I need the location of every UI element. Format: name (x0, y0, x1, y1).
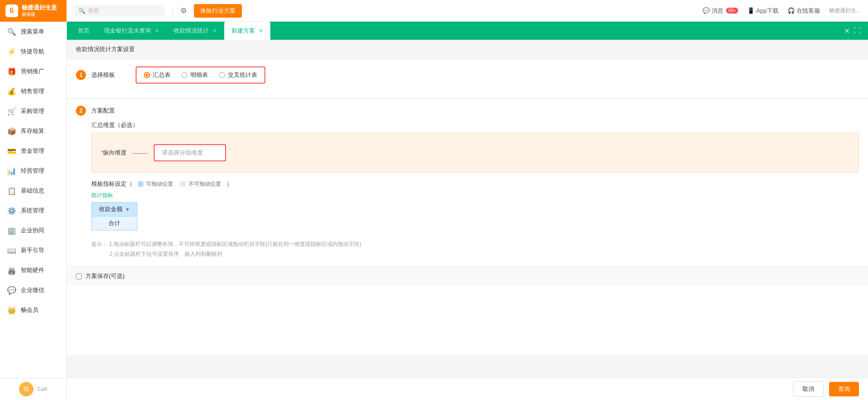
message-btn[interactable]: 💬 消息 99+ (703, 7, 738, 15)
save-section: 方案保存(可选) (67, 266, 868, 286)
sidebar-item-sales[interactable]: 💰 销售管理 (0, 81, 66, 101)
download-label: App下载 (756, 7, 778, 15)
sidebar: 6 畅捷通好生意 标准版 🔍 搜索菜单 ⚡ 快捷导航 🎁 营销推广 💰 销售管理… (0, 0, 67, 400)
tab-bank-close[interactable]: ✕ (155, 28, 159, 34)
query-button[interactable]: 查询 (829, 382, 859, 396)
breadcrumb: 收款情况统计方案设置 (67, 40, 868, 59)
sidebar-item-hardware[interactable]: 🖨️ 智能硬件 (0, 260, 66, 280)
capital-icon: 💳 (7, 147, 16, 155)
sidebar-item-label: 资金管理 (21, 147, 44, 155)
sidebar-item-label: 基础信息 (21, 187, 44, 195)
metric-body-cell: 合计 (91, 216, 137, 231)
vertical-dim-row: *纵向维度 —— 请选择分组维度 (101, 144, 849, 161)
sidebar-item-operation[interactable]: 📊 经营管理 (0, 161, 66, 181)
avatar: 我 (19, 382, 33, 396)
main-area: 🔍 搜索 | ⚙ 体验行业方案 💬 消息 99+ 📱 App下载 🎧 在线客服 … (67, 0, 868, 400)
sidebar-item-capital[interactable]: 💳 资金管理 (0, 141, 66, 161)
logo-icon: 6 (5, 5, 18, 17)
step2-number: 2 (76, 106, 86, 116)
message-label: 消息 (712, 7, 723, 15)
sidebar-item-corp[interactable]: 🏢 企业协同 (0, 221, 66, 240)
metric-header-cell[interactable]: 收款金额 ▼ (91, 202, 137, 216)
sidebar-item-search[interactable]: 🔍 搜索菜单 (0, 22, 66, 42)
sidebar-item-base[interactable]: 📋 基础信息 (0, 181, 66, 201)
save-label: 方案保存(可选) (85, 272, 125, 280)
message-icon: 💬 (703, 7, 710, 14)
metrics-grid: 收款金额 ▼ 合计 (91, 202, 859, 231)
drag-indicator (138, 181, 143, 187)
sidebar-item-label: 营销推广 (21, 67, 44, 75)
sidebar-item-label: 库存核算 (21, 127, 44, 135)
step1-section: 1 选择模板 汇总表 明细表 (67, 59, 868, 98)
tip1: 提示： 1.拖动标题栏可以调整布局，不可跨维度或指标区域拖动栏目字段(只能在同一… (91, 240, 859, 249)
chevron-down-icon: ▼ (125, 207, 130, 212)
radio-cross-circle (219, 72, 225, 78)
industry-btn[interactable]: 体验行业方案 (194, 4, 242, 18)
sidebar-logo: 6 畅捷通好生意 标准版 (0, 0, 66, 22)
tab-stats-close[interactable]: ✕ (212, 28, 217, 34)
marketing-icon: 🎁 (7, 67, 16, 76)
template-detail-label: 明细表 (190, 71, 208, 79)
cancel-button[interactable]: 取消 (793, 381, 824, 397)
guide-icon: 📖 (7, 246, 16, 255)
legend-drag-label: 可拖动位置 (146, 180, 173, 188)
metrics-section: 模板指标设定（ 可拖动位置 不可拖动位置 ） (91, 180, 859, 231)
template-options-box: 汇总表 明细表 交叉统计表 (136, 66, 265, 84)
operation-icon: 📊 (7, 167, 16, 175)
step1-number: 1 (76, 70, 86, 80)
sidebar-item-inventory[interactable]: 📦 库存核算 (0, 121, 66, 141)
purchase-icon: 🛒 (7, 107, 16, 116)
sidebar-item-system[interactable]: ⚙️ 系统管理 (0, 201, 66, 221)
tab-new-plan-close[interactable]: ✕ (259, 28, 263, 34)
tab-bank-label: 现金银行流水查询 (104, 27, 151, 35)
sidebar-item-wechat[interactable]: 💬 企业微信 (0, 280, 66, 300)
close-window-icon[interactable]: ✕ (844, 27, 850, 35)
gear-icon[interactable]: ⚙ (180, 6, 187, 15)
tab-stats[interactable]: 收款情况统计 ✕ (166, 22, 224, 40)
sidebar-item-label: 采购管理 (21, 107, 44, 115)
sidebar-item-label: 新手引导 (21, 246, 44, 254)
sidebar-item-label: 销售管理 (21, 87, 44, 95)
legend-nodrag-label: 不可拖动位置 (189, 180, 221, 188)
hardware-icon: 🖨️ (7, 266, 16, 275)
sidebar-item-guide[interactable]: 📖 新手引导 (0, 240, 66, 260)
quick-nav-icon: ⚡ (7, 47, 16, 56)
tab-stats-label: 收款情况统计 (174, 27, 209, 35)
search-placeholder: 搜索 (88, 7, 99, 14)
sidebar-item-label: 快捷导航 (21, 47, 44, 56)
sidebar-item-quick[interactable]: ⚡ 快捷导航 (0, 42, 66, 61)
search-bar[interactable]: 🔍 搜索 (74, 5, 165, 16)
save-checkbox[interactable] (76, 273, 82, 279)
window-controls: ✕ ⛶ (844, 27, 864, 35)
download-btn[interactable]: 📱 App下载 (747, 7, 778, 15)
page-body: 收款情况统计方案设置 1 选择模板 汇总表 (67, 40, 868, 355)
maximize-window-icon[interactable]: ⛶ (854, 27, 861, 35)
sidebar-item-label: 企业微信 (21, 286, 44, 294)
sidebar-item-marketing[interactable]: 🎁 营销推广 (0, 61, 66, 81)
template-cross-label: 交叉统计表 (228, 71, 257, 79)
sidebar-item-label: 智能硬件 (21, 266, 44, 274)
sidebar-item-purchase[interactable]: 🛒 采购管理 (0, 101, 66, 121)
page-content: 收款情况统计方案设置 1 选择模板 汇总表 (67, 40, 868, 377)
template-detail[interactable]: 明细表 (181, 71, 208, 79)
tab-new-plan[interactable]: 新建方案 ✕ (224, 22, 270, 40)
username-display: 畅捷通好生... (829, 7, 861, 14)
nodrag-indicator (180, 181, 186, 187)
service-btn[interactable]: 🎧 在线客服 (788, 7, 820, 15)
tab-new-plan-label: 新建方案 (231, 27, 255, 35)
metrics-section-label: 模板指标设定（ (91, 180, 132, 188)
metric-column: 收款金额 ▼ 合计 (91, 202, 137, 231)
template-summary[interactable]: 汇总表 (144, 71, 170, 79)
template-cross[interactable]: 交叉统计表 (219, 71, 257, 79)
grouping-dimension-select[interactable]: 请选择分组维度 (154, 144, 226, 161)
tab-bank[interactable]: 现金银行流水查询 ✕ (97, 22, 166, 40)
metrics-title: 统计指标 (91, 192, 859, 199)
arrow-icon: —— (132, 148, 148, 158)
sidebar-item-member[interactable]: 👑 畅会员 (0, 300, 66, 320)
logo-text: 畅捷通好生意 (22, 4, 57, 11)
tip2: 2.点击标题栏下拉可设置排序、插入列和删除列 (109, 249, 859, 259)
vertical-dim-label: *纵向维度 (101, 149, 127, 157)
tab-home[interactable]: 首页 (71, 22, 97, 40)
footer-bar: 取消 查询 (67, 377, 868, 400)
system-icon: ⚙️ (7, 207, 16, 215)
